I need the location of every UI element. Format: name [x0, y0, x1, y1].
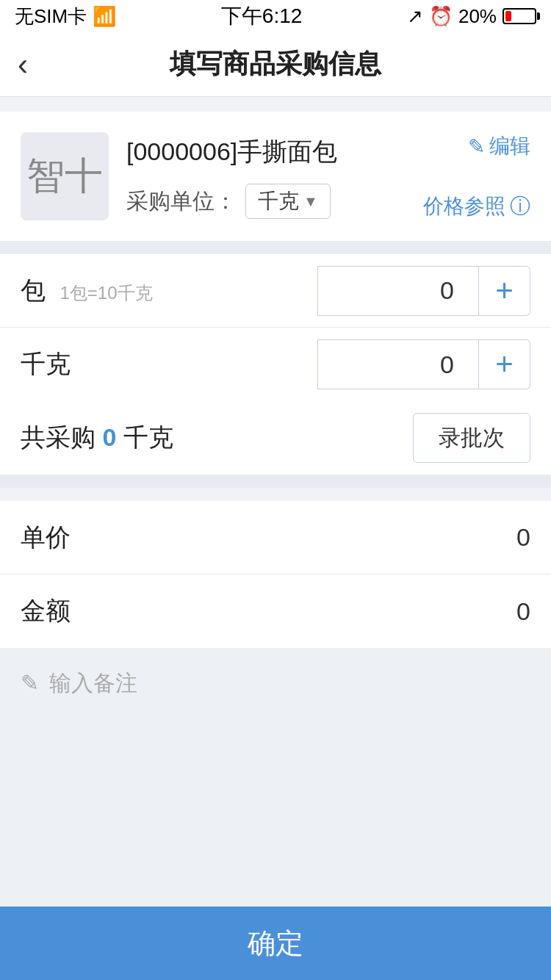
summary-unit: 千克 [123, 423, 173, 451]
bao-input[interactable] [317, 266, 479, 316]
content-fill [0, 736, 551, 907]
price-ref-icon: ⓘ [510, 192, 530, 220]
status-bar-right: ↗ ⏰ 20% [407, 5, 536, 28]
sim-status: 无SIM卡 [15, 4, 87, 29]
kg-input[interactable] [317, 339, 479, 389]
section-divider-2 [0, 475, 551, 488]
battery-fill [505, 11, 511, 21]
product-card: 智十 [0000006]手撕面包 采购单位： 千克 ▼ ✎ 编辑 价格参照 ⓘ [0, 112, 551, 241]
summary-text: 共采购 0 千克 [21, 421, 173, 455]
remark-section[interactable]: ✎ 输入备注 [0, 648, 551, 736]
location-icon: ↗ [407, 5, 423, 28]
status-bar-left: 无SIM卡 📶 [15, 4, 116, 29]
summary-prefix: 共采购 [21, 423, 96, 451]
product-thumbnail: 智十 [21, 132, 109, 220]
battery-pct: 20% [458, 5, 497, 28]
bao-plus-button[interactable]: + [479, 266, 530, 316]
amount-row: 金额 0 [0, 574, 551, 648]
confirm-button[interactable]: 确定 [0, 907, 551, 980]
section-divider-1 [0, 241, 551, 254]
bao-sublabel: 1包=10千克 [60, 283, 152, 303]
input-section: 包 1包=10千克 + 千克 + [0, 254, 551, 401]
bao-row: 包 1包=10千克 + [0, 254, 551, 328]
confirm-label: 确定 [248, 925, 303, 962]
unit-value: 千克 [258, 187, 299, 215]
edit-button[interactable]: ✎ 编辑 [468, 132, 530, 160]
pencil-icon: ✎ [21, 670, 39, 696]
edit-label: 编辑 [489, 132, 530, 160]
unit-select-arrow: ▼ [303, 193, 318, 210]
kg-input-wrap: + [317, 339, 530, 389]
price-section: 单价 0 金额 0 [0, 501, 551, 648]
kg-plus-button[interactable]: + [479, 339, 530, 389]
bao-label: 包 1包=10千克 [21, 274, 317, 308]
status-bar: 无SIM卡 📶 下午6:12 ↗ ⏰ 20% [0, 0, 551, 32]
remark-placeholder: 输入备注 [49, 669, 137, 699]
nav-bar: ‹ 填写商品采购信息 [0, 32, 551, 97]
wifi-icon: 📶 [93, 5, 116, 28]
summary-value: 0 [102, 423, 116, 451]
price-ref-label: 价格参照 [423, 192, 505, 220]
battery-icon [503, 8, 536, 24]
unit-price-row: 单价 0 [0, 501, 551, 574]
unit-price-label: 单价 [21, 521, 71, 555]
unit-select[interactable]: 千克 ▼ [245, 184, 331, 219]
unit-price-value: 0 [516, 523, 530, 552]
summary-row: 共采购 0 千克 录批次 [0, 401, 551, 475]
amount-value: 0 [516, 597, 530, 626]
status-bar-time: 下午6:12 [221, 2, 303, 30]
page-title: 填写商品采购信息 [170, 46, 381, 82]
batch-button[interactable]: 录批次 [413, 413, 530, 463]
bao-input-wrap: + [317, 266, 530, 316]
product-thumb-text: 智十 [26, 151, 103, 202]
alarm-icon: ⏰ [429, 5, 453, 28]
amount-label: 金额 [21, 594, 71, 628]
edit-icon: ✎ [468, 134, 485, 159]
price-ref-button[interactable]: 价格参照 ⓘ [423, 192, 530, 220]
kg-row: 千克 + [0, 328, 551, 401]
unit-label: 采购单位： [126, 187, 237, 217]
back-button[interactable]: ‹ [18, 47, 28, 82]
kg-label: 千克 [21, 347, 317, 381]
